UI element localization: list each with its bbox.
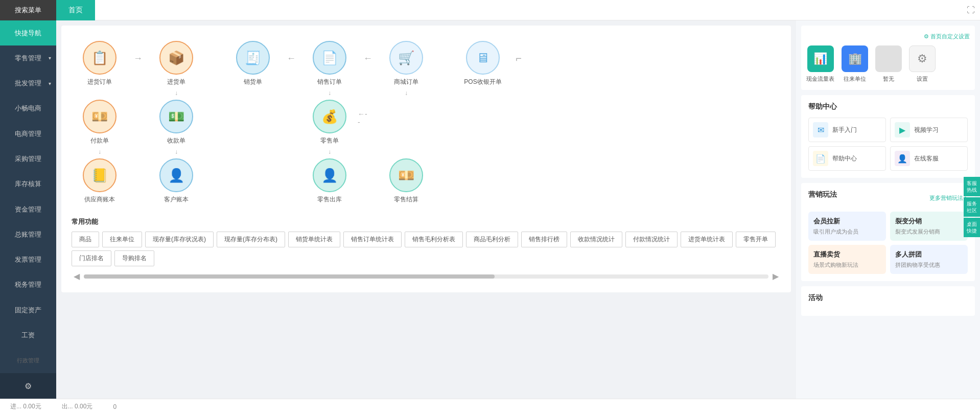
- payment-label: 付款单: [90, 136, 109, 145]
- more-marketing-link[interactable]: 更多营销玩法 >: [929, 194, 968, 202]
- fission-desc: 裂变式发展分销商: [895, 228, 963, 236]
- help-item-video[interactable]: ▶ 视频学习: [890, 118, 968, 142]
- sidebar-item-retail[interactable]: 零售管理 ▾: [0, 45, 56, 71]
- flow-node-retail-out[interactable]: 👤 零售出库: [301, 158, 358, 204]
- flow-node-purchase[interactable]: 📦 进货单: [148, 41, 204, 86]
- activity-title: 活动: [808, 293, 968, 303]
- scrollbar: ◀ ▶: [72, 270, 781, 282]
- group-desc: 拼团购物享受优惠: [895, 261, 963, 269]
- func-btn-sales-rank[interactable]: 销售排行榜: [521, 232, 567, 247]
- help-item-help[interactable]: 📄 帮助中心: [808, 146, 886, 171]
- sidebar-item-tax[interactable]: 税务管理: [0, 272, 56, 297]
- help-item-beginner[interactable]: ✉ 新手入门: [808, 118, 886, 142]
- beginner-label: 新手入门: [832, 126, 857, 134]
- flow-node-purchase-order[interactable]: 📋 进货订单: [72, 41, 128, 86]
- func-btn-purchase-stats[interactable]: 进货单统计表: [681, 232, 733, 247]
- sidebar-item-ecommerce-small[interactable]: 小畅电商: [0, 96, 56, 121]
- sidebar-gear-button[interactable]: ⚙: [0, 373, 56, 399]
- flow-node-retail-settle[interactable]: 💴 零售结算: [378, 158, 434, 204]
- func-btn-stock-status[interactable]: 现存量(库存状况表): [145, 232, 214, 247]
- float-btn-desktop[interactable]: 桌面快捷: [964, 218, 980, 237]
- marketing-grid: 会员拉新 吸引用户成为会员 裂变分销 裂变式发展分销商 直播卖货 场景式购物新玩…: [808, 212, 968, 274]
- sales-order-label: 销售订单: [317, 78, 342, 86]
- fullscreen-button[interactable]: ⛶: [966, 5, 976, 15]
- customer-ledger-icon: 👤: [159, 158, 193, 192]
- marketing-item-member[interactable]: 会员拉新 吸引用户成为会员: [808, 212, 886, 241]
- sales-order-icon: 📄: [313, 41, 346, 75]
- common-func-title: 常用功能: [72, 217, 781, 226]
- help-item-support[interactable]: 👤 在线客服: [890, 146, 968, 171]
- func-btn-receipt-stats[interactable]: 收款情况统计: [570, 232, 622, 247]
- func-btn-sales-stats[interactable]: 销货单统计表: [288, 232, 340, 247]
- retail-settle-label: 零售结算: [394, 195, 418, 204]
- flow-node-sales-order[interactable]: 📄 销售订单: [301, 41, 358, 86]
- receipt-icon: 💵: [159, 100, 193, 133]
- tab-home[interactable]: 首页: [56, 0, 95, 20]
- receipt-label: 收款单: [167, 136, 185, 145]
- sales-icon: 🧾: [236, 41, 270, 75]
- sidebar-item-ledger[interactable]: 总账管理: [0, 222, 56, 247]
- purchase-order-label: 进货订单: [87, 78, 112, 86]
- func-btn-store-rank[interactable]: 门店排名: [72, 250, 111, 266]
- sidebar-item-admin[interactable]: 行政管理: [0, 348, 56, 373]
- sidebar-item-inventory[interactable]: 库存核算: [0, 172, 56, 197]
- sidebar-item-assets[interactable]: 固定资产: [0, 297, 56, 323]
- func-btn-stock-dist[interactable]: 现存量(库存分布表): [217, 232, 285, 247]
- flow-node-customer-ledger[interactable]: 👤 客户账本: [148, 158, 204, 204]
- payment-icon: 💴: [83, 100, 116, 133]
- func-btn-contacts[interactable]: 往来单位: [102, 232, 142, 247]
- customize-button[interactable]: ⚙ 首页自定义设置: [924, 33, 970, 40]
- marketing-item-fission[interactable]: 裂变分销 裂变式发展分销商: [890, 212, 968, 241]
- flow-node-pos[interactable]: 🖥 POS收银开单: [455, 41, 511, 86]
- qa-item-cashflow[interactable]: 📊 现金流量表: [806, 45, 834, 83]
- retail-order-icon: 💰: [313, 100, 346, 133]
- func-btn-goods[interactable]: 商品: [72, 232, 99, 247]
- func-btn-goods-profit[interactable]: 商品毛利分析: [466, 232, 518, 247]
- main-panel: 📋 进货订单 → 📦 进货单 🧾 销货单: [56, 20, 796, 399]
- sidebar-item-quicknav[interactable]: 快捷导航: [0, 20, 56, 45]
- settings-label: 设置: [917, 75, 928, 83]
- retail-order-label: 零售单: [320, 136, 339, 145]
- sidebar-item-finance[interactable]: 资金管理: [0, 197, 56, 222]
- flow-diagram: 📋 进货订单 → 📦 进货单 🧾 销货单: [72, 36, 781, 209]
- beginner-icon: ✉: [813, 122, 828, 137]
- quick-access-icons: 📊 现金流量表 🏢 往来单位 暂无 ⚙ 设置: [806, 45, 970, 83]
- qa-item-settings[interactable]: ⚙ 设置: [909, 45, 936, 83]
- sidebar-item-invoice[interactable]: 发票管理: [0, 247, 56, 272]
- func-btn-payment-stats[interactable]: 付款情况统计: [625, 232, 678, 247]
- scroll-left-arrow[interactable]: ◀: [72, 270, 82, 282]
- marketing-item-group[interactable]: 多人拼团 拼团购物享受优惠: [890, 245, 968, 274]
- sidebar-item-wholesale[interactable]: 批发管理 ▾: [0, 71, 56, 96]
- func-btn-gross-profit[interactable]: 销售毛利分析表: [405, 232, 463, 247]
- flow-node-supplier-ledger[interactable]: 📒 供应商账本: [72, 158, 128, 204]
- search-menu-button[interactable]: 搜索菜单: [0, 0, 56, 20]
- flow-node-payment[interactable]: 💴 付款单: [72, 100, 128, 145]
- func-buttons-grid: 商品 往来单位 现存量(库存状况表) 现存量(库存分布表) 销货单统计表 销售订…: [72, 232, 781, 266]
- marketing-item-live[interactable]: 直播卖货 场景式购物新玩法: [808, 245, 886, 274]
- func-btn-guide-rank[interactable]: 导购排名: [114, 250, 154, 266]
- func-btn-order-stats[interactable]: 销售订单统计表: [343, 232, 402, 247]
- scroll-right-arrow[interactable]: ▶: [771, 270, 781, 282]
- quick-nav-card: 📋 进货订单 → 📦 进货单 🧾 销货单: [61, 26, 791, 292]
- func-btn-retail-order[interactable]: 零售开单: [736, 232, 776, 247]
- float-btn-community[interactable]: 服务社区: [964, 197, 980, 217]
- video-icon: ▶: [895, 122, 910, 137]
- qa-item-contacts[interactable]: 🏢 往来单位: [842, 45, 868, 83]
- sidebar-bottom: ⚙: [0, 373, 56, 399]
- v-arrow-mall: ↓: [328, 88, 331, 98]
- bottom-stat-3: 0: [113, 403, 116, 410]
- flow-node-sales[interactable]: 🧾 销货单: [225, 41, 281, 86]
- scroll-track[interactable]: [84, 274, 768, 279]
- sidebar-item-salary[interactable]: 工资: [0, 323, 56, 348]
- supplier-ledger-icon: 📒: [83, 158, 116, 192]
- flow-node-mall-order[interactable]: 🛒 商城订单: [378, 41, 434, 86]
- sidebar-item-ecommerce[interactable]: 电商管理: [0, 121, 56, 146]
- cashflow-label: 现金流量表: [806, 75, 834, 83]
- flow-node-receipt[interactable]: 💵 收款单: [148, 100, 204, 145]
- qa-item-none[interactable]: 暂无: [875, 45, 902, 83]
- flow-node-retail-order[interactable]: 💰 零售单: [301, 100, 358, 145]
- v-arrow-sales: ↓: [175, 88, 178, 98]
- sidebar-item-purchase[interactable]: 采购管理: [0, 146, 56, 171]
- float-btn-hotline[interactable]: 客服热线: [964, 177, 980, 196]
- v-arrow-receipt: ↓: [175, 147, 178, 156]
